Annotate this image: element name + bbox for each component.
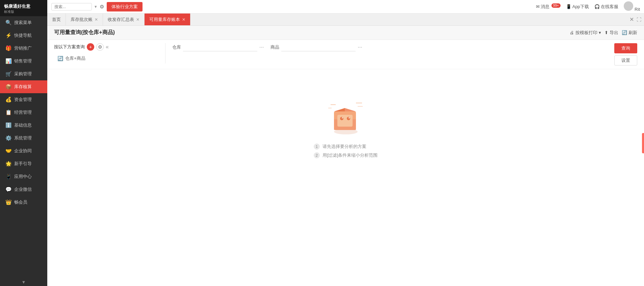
sidebar-item-search[interactable]: 🔍 搜索菜单 xyxy=(0,16,47,29)
warehouse-input[interactable] xyxy=(183,43,257,51)
online-service-label: 在线客服 xyxy=(601,4,618,9)
sidebar-item-marketing[interactable]: 🎁 营销推广 xyxy=(0,42,47,55)
sidebar-item-finance[interactable]: 💰 资金管理 xyxy=(0,93,47,106)
sidebar-item-wechat[interactable]: 💬 企业微信 xyxy=(0,183,47,196)
box-icon: 📦 xyxy=(5,84,11,90)
money-icon: 💰 xyxy=(5,97,11,103)
right-scroll-indicator[interactable] xyxy=(642,133,644,153)
gear-icon: ⚙️ xyxy=(5,135,11,141)
message-label: 消息 xyxy=(541,4,549,9)
tab-close-icon[interactable]: ✕ xyxy=(136,17,139,22)
handshake-icon: 🤝 xyxy=(5,148,11,154)
product-input[interactable] xyxy=(281,43,356,51)
export-button[interactable]: ⬆ 导出 xyxy=(604,30,618,36)
scheme-item-warehouse-product[interactable]: 🔄 仓库+商品 xyxy=(54,53,161,63)
page-header-actions: 🖨 按模板打印 ▾ ⬆ 导出 🔄 刷新 xyxy=(570,30,637,36)
hint-text-1: 请先选择要分析的方案 xyxy=(323,144,366,150)
search-icon: 🔍 xyxy=(5,20,11,26)
quicknav-icon: ⚡ xyxy=(5,32,11,38)
sidebar-item-purchase[interactable]: 🛒 采购管理 xyxy=(0,68,47,80)
tab-expand-button[interactable]: ⛶ xyxy=(637,17,641,22)
tab-summary[interactable]: 收发存汇总表 ✕ xyxy=(103,14,145,25)
refresh-icon: 🔄 xyxy=(622,30,627,35)
add-scheme-button[interactable]: + xyxy=(87,43,94,51)
sidebar-item-label: 系统管理 xyxy=(14,135,32,141)
tab-close-icon[interactable]: ✕ xyxy=(95,17,98,22)
scheme-title: 按以下方案查询 xyxy=(54,44,85,50)
page: 可用量查询(按仓库+商品) 🖨 按模板打印 ▾ ⬆ 导出 🔄 刷新 xyxy=(47,26,644,286)
message-badge: 99+ xyxy=(551,3,561,8)
scheme-section: 按以下方案查询 + ⚙ « 🔄 仓库+商品 xyxy=(54,43,165,63)
chevron-down-icon[interactable]: ▾ xyxy=(95,4,97,9)
sidebar-item-system[interactable]: ⚙️ 系统管理 xyxy=(0,132,47,145)
filter-settings-button[interactable]: 设置 xyxy=(614,55,637,66)
hint-number-2: 2 xyxy=(314,152,320,158)
svg-point-6 xyxy=(342,117,343,119)
sidebar-item-quicknav[interactable]: ⚡ 快捷导航 xyxy=(0,29,47,42)
app-download-area[interactable]: 📱 App下载 xyxy=(566,4,589,10)
username-area[interactable]: Rit xyxy=(624,1,640,12)
print-icon: 🖨 xyxy=(570,30,574,35)
hint-item-1: 1 请先选择要分析的方案 xyxy=(314,144,378,150)
tab-window-close-button[interactable]: ✕ xyxy=(629,16,634,23)
chart-icon: 📊 xyxy=(5,58,11,64)
sidebar-item-operations[interactable]: 📋 经营管理 xyxy=(0,106,47,119)
svg-rect-3 xyxy=(337,115,353,127)
filter-section: 仓库 ··· 商品 ··· xyxy=(165,43,610,51)
online-service-area[interactable]: 🎧 在线客服 xyxy=(594,4,619,10)
topbar-search-input[interactable] xyxy=(51,3,92,10)
product-more-icon[interactable]: ··· xyxy=(358,44,362,50)
export-icon: ⬆ xyxy=(604,30,608,35)
empty-hints: 1 请先选择要分析的方案 2 用[过滤]条件来缩小分析范围 xyxy=(314,144,378,158)
tab-home[interactable]: 首页 xyxy=(47,14,66,25)
sidebar-item-enterprise[interactable]: 🤝 企业协同 xyxy=(0,145,47,157)
tab-close-icon[interactable]: ✕ xyxy=(182,17,185,22)
empty-illustration xyxy=(326,96,366,137)
sidebar-item-label: 快捷导航 xyxy=(14,32,32,38)
product-filter: 商品 ··· xyxy=(271,43,362,51)
filter-row: 仓库 ··· 商品 ··· xyxy=(172,43,610,51)
message-icon: ✉ xyxy=(536,4,540,9)
sidebar-item-label: 销售管理 xyxy=(14,58,32,64)
sidebar-item-label: 新手引导 xyxy=(14,161,32,167)
scheme-item-label: 仓库+商品 xyxy=(65,55,85,61)
warehouse-more-icon[interactable]: ··· xyxy=(259,44,264,50)
info-icon: ℹ️ xyxy=(5,122,11,128)
sidebar-item-inventory[interactable]: 📦 库存核算 xyxy=(0,80,47,93)
username-label: Rit xyxy=(635,7,640,12)
sidebar-item-label: 企业微信 xyxy=(14,186,32,192)
chevron-down-icon: ▾ xyxy=(599,30,601,35)
sidebar-item-sales[interactable]: 📊 销售管理 xyxy=(0,55,47,68)
print-template-button[interactable]: 🖨 按模板打印 ▾ xyxy=(570,30,601,36)
sidebar-item-member[interactable]: 👑 畅会员 xyxy=(0,196,47,209)
empty-svg xyxy=(326,96,366,137)
tab-available[interactable]: 可用量库存账本 ✕ xyxy=(145,14,190,25)
tab-batch[interactable]: 库存批次账 ✕ xyxy=(66,14,103,25)
message-area[interactable]: ✉ 消息 99+ xyxy=(536,4,561,10)
sidebar-scroll-down[interactable]: ▼ xyxy=(0,278,47,286)
product-label: 商品 xyxy=(271,44,279,50)
export-label: 导出 xyxy=(610,30,618,36)
scheme-setting-button[interactable]: ⚙ xyxy=(96,43,104,51)
crown-icon: 👑 xyxy=(5,199,11,205)
tab-label: 收发存汇总表 xyxy=(108,17,134,23)
sidebar-item-newguide[interactable]: 🌟 新手引导 xyxy=(0,157,47,170)
avatar xyxy=(624,1,633,11)
sidebar-item-label: 企业协同 xyxy=(14,148,32,154)
industry-solution-button[interactable]: 体验行业方案 xyxy=(107,2,143,11)
refresh-button[interactable]: 🔄 刷新 xyxy=(622,30,637,36)
sidebar-item-label: 应用中心 xyxy=(14,174,32,180)
svg-point-5 xyxy=(347,117,350,120)
svg-point-4 xyxy=(340,117,343,120)
hint-text-2: 用[过滤]条件来缩小分析范围 xyxy=(323,152,378,158)
topbar: ▾ ⚙ 体验行业方案 ✉ 消息 99+ 📱 App下载 🎧 在线客服 Rit xyxy=(47,0,644,14)
scheme-collapse-button[interactable]: « xyxy=(106,44,109,50)
hint-item-2: 2 用[过滤]条件来缩小分析范围 xyxy=(314,152,378,158)
sidebar-item-basic[interactable]: ℹ️ 基础信息 xyxy=(0,119,47,132)
tabbar-actions: ✕ ⛶ xyxy=(629,16,644,23)
sidebar-nav: 🔍 搜索菜单 ⚡ 快捷导航 🎁 营销推广 📊 销售管理 🛒 采购管理 📦 库存核… xyxy=(0,16,47,278)
query-button[interactable]: 查询 xyxy=(614,43,637,53)
action-buttons: 查询 设置 xyxy=(610,43,637,66)
sidebar-item-appcenter[interactable]: 📱 应用中心 xyxy=(0,170,47,183)
settings-icon[interactable]: ⚙ xyxy=(100,4,104,10)
